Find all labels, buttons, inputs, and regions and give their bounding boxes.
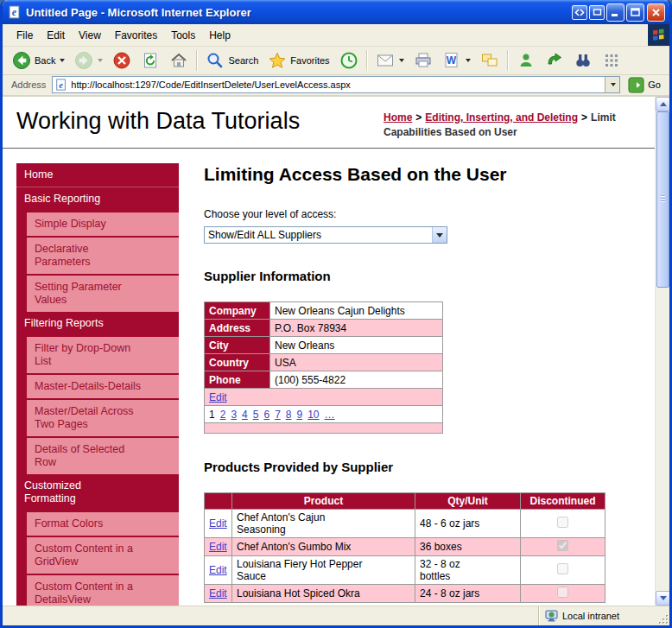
sidebar-item-setting-parameter-values[interactable]: Setting Parameter Values: [27, 276, 179, 312]
pager-page-link[interactable]: 4: [242, 409, 248, 421]
pager-page-link[interactable]: 2: [220, 409, 226, 421]
menu-edit[interactable]: Edit: [40, 26, 72, 45]
products-section-heading: Products Provided by Supplier: [204, 460, 643, 474]
sidebar-item-custom-content-detailsview[interactable]: Custom Content in a DetailsView: [27, 575, 179, 606]
product-edit-link[interactable]: Edit: [209, 517, 227, 530]
pager-page-link[interactable]: 8: [286, 409, 292, 421]
forward-button[interactable]: [70, 48, 107, 73]
search-button[interactable]: Search: [201, 48, 263, 73]
back-dropdown-icon[interactable]: [60, 59, 65, 62]
sidebar-item-customized-formatting[interactable]: Customized Formatting: [16, 474, 179, 511]
scroll-down-button[interactable]: [656, 591, 669, 606]
address-url[interactable]: http://localhost:1297/Code/EditInsertDel…: [71, 79, 601, 90]
sidebar-item-master-detail-across-two-pages[interactable]: Master/Detail Across Two Pages: [27, 400, 179, 436]
sidebar-item-label: Filter by Drop-Down List: [35, 342, 143, 368]
menu-view[interactable]: View: [72, 26, 108, 45]
address-input[interactable]: e http://localhost:1297/Code/EditInsertD…: [52, 76, 620, 93]
svg-text:e: e: [12, 6, 17, 18]
select-dropdown-button[interactable]: [432, 227, 447, 243]
home-button[interactable]: [165, 48, 193, 73]
breadcrumb: Home>Editing, Inserting, and Deleting>Li…: [384, 111, 644, 140]
sidebar-item-home[interactable]: Home: [16, 163, 179, 187]
product-name: Louisiana Fiery Hot Pepper Sauce: [237, 558, 375, 582]
go-label: Go: [648, 79, 661, 90]
sidebar-item-filter-by-drop-down-list[interactable]: Filter by Drop-Down List: [27, 337, 179, 373]
go-button[interactable]: Go: [626, 77, 666, 93]
table-row: Phone (100) 555-4822: [205, 371, 443, 389]
table-row: Company New Orleans Cajun Delights: [205, 302, 443, 320]
scroll-up-button[interactable]: [656, 97, 669, 111]
menu-tools[interactable]: Tools: [164, 26, 202, 45]
resize-grip[interactable]: [656, 606, 669, 625]
breadcrumb-link-home[interactable]: Home: [384, 111, 412, 124]
access-level-select[interactable]: Show/Edit ALL Suppliers: [204, 226, 447, 244]
menu-file[interactable]: File: [10, 26, 40, 45]
sidebar-item-simple-display[interactable]: Simple Display: [27, 213, 179, 236]
window-extra-button-2[interactable]: [589, 5, 605, 20]
product-name: Chef Anton's Cajun Seasoning: [237, 511, 375, 536]
favorites-button[interactable]: Favorites: [263, 48, 333, 73]
pager-page-link[interactable]: 9: [297, 409, 303, 421]
discuss-button[interactable]: [476, 48, 504, 73]
pager-page-link[interactable]: 10: [307, 409, 319, 421]
research-button[interactable]: [569, 48, 597, 73]
pager-page-link[interactable]: 6: [263, 409, 269, 421]
sidebar-item-basic-reporting[interactable]: Basic Reporting: [16, 187, 179, 211]
back-button[interactable]: Back: [8, 48, 69, 73]
vertical-scrollbar[interactable]: [655, 97, 669, 606]
supplier-field-label: Company: [205, 302, 270, 320]
address-dropdown-button[interactable]: [605, 77, 619, 92]
binoculars-icon: [574, 51, 593, 70]
refresh-button[interactable]: [136, 48, 164, 73]
page-title: Limiting Access Based on the User: [204, 164, 643, 185]
mail-button[interactable]: [371, 48, 409, 73]
breadcrumb-separator: >: [415, 111, 422, 124]
pager-page-link[interactable]: 5: [253, 409, 259, 421]
print-button[interactable]: [409, 48, 437, 73]
menu-favorites[interactable]: Favorites: [108, 26, 164, 45]
supplier-footer-row: [205, 423, 443, 434]
mail-dropdown-icon[interactable]: [399, 59, 404, 62]
sidebar-item-label: Master-Details-Details: [35, 380, 143, 393]
grid-button[interactable]: [598, 48, 625, 73]
stop-button[interactable]: [108, 48, 136, 73]
window-extra-button-1[interactable]: [572, 5, 587, 20]
edit-dropdown-icon[interactable]: [466, 59, 471, 62]
pager-page-link[interactable]: 7: [275, 409, 281, 421]
supplier-edit-link[interactable]: Edit: [209, 391, 227, 403]
product-edit-link[interactable]: Edit: [209, 587, 227, 599]
sidebar-item-filtering-reports[interactable]: Filtering Reports: [16, 312, 179, 335]
sidebar-item-master-details-details[interactable]: Master-Details-Details: [27, 375, 179, 398]
sync-icon: [545, 51, 564, 70]
pager-page-link[interactable]: 3: [231, 409, 237, 421]
window-controls: [572, 3, 665, 22]
scrollbar-thumb[interactable]: [656, 111, 669, 288]
maximize-restore-button[interactable]: [626, 3, 644, 22]
product-edit-link[interactable]: Edit: [209, 541, 227, 553]
history-button[interactable]: [335, 48, 363, 73]
forward-dropdown-icon[interactable]: [98, 59, 103, 62]
product-edit-link[interactable]: Edit: [209, 564, 227, 576]
sidebar-item-custom-content-gridview[interactable]: Custom Content in a GridView: [27, 537, 179, 574]
sidebar-item-declarative-parameters[interactable]: Declarative Parameters: [27, 238, 179, 274]
title-bar: e Untitled Page - Microsoft Internet Exp…: [3, 0, 669, 24]
edit-button[interactable]: W: [438, 48, 475, 73]
breadcrumb-link-editing[interactable]: Editing, Inserting, and Deleting: [425, 111, 578, 124]
home-icon: [169, 51, 188, 70]
browser-window: e Untitled Page - Microsoft Internet Exp…: [0, 0, 672, 628]
sidebar-item-format-colors[interactable]: Format Colors: [27, 512, 179, 536]
messenger-button[interactable]: [512, 48, 540, 73]
supplier-field-label: Address: [205, 320, 270, 337]
sidebar-item-details-of-selected-row[interactable]: Details of Selected Row: [27, 438, 179, 474]
status-zone-label: Local intranet: [562, 611, 619, 621]
minimize-button[interactable]: [606, 3, 624, 22]
table-row: Country USA: [205, 354, 443, 371]
supplier-field-value: New Orleans Cajun Delights: [270, 302, 443, 320]
ie-page-icon: e: [8, 5, 22, 19]
menu-help[interactable]: Help: [202, 26, 238, 45]
pager-next-link[interactable]: …: [325, 409, 335, 421]
close-button[interactable]: [647, 3, 665, 22]
supplier-field-label: Country: [205, 354, 270, 371]
sync-button[interactable]: [541, 48, 568, 73]
table-row: Edit Chef Anton's Cajun Seasoning 48 - 6…: [205, 510, 605, 538]
